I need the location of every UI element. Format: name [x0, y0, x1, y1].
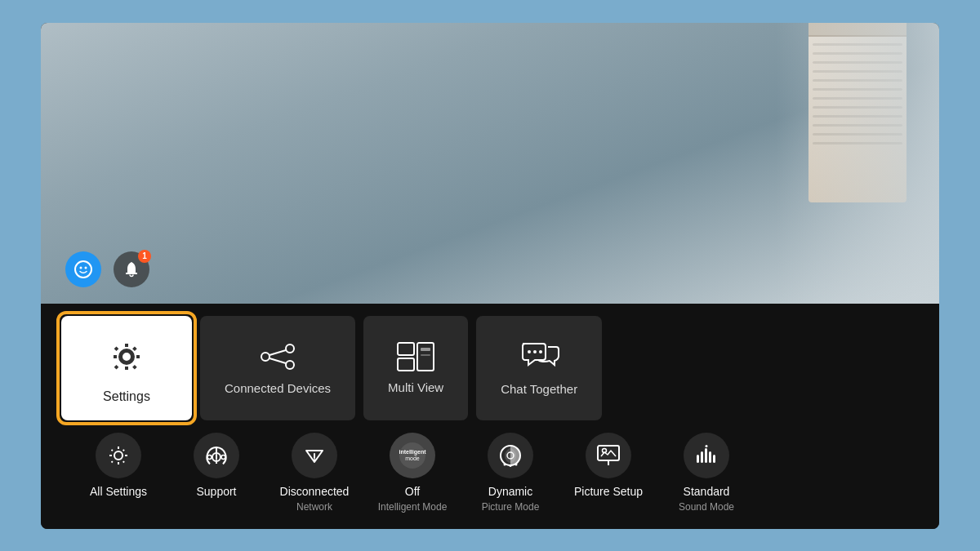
- preview-area: 1: [41, 23, 939, 304]
- svg-rect-11: [417, 343, 434, 371]
- sub-item-picture-mode[interactable]: Dynamic Picture Mode: [461, 433, 559, 513]
- svg-point-4: [261, 353, 270, 361]
- svg-rect-13: [421, 354, 430, 356]
- connected-devices-tile[interactable]: Connected Devices: [200, 316, 355, 420]
- smiley-button[interactable]: [65, 251, 101, 287]
- network-main-label: Disconnected: [280, 485, 350, 498]
- intelligent-mode-sub-label: Intelligent Mode: [378, 501, 448, 513]
- tv-frame: 1 Settings: [41, 23, 939, 529]
- top-bar-icons: 1: [65, 251, 149, 287]
- all-settings-icon-bg: [96, 433, 141, 478]
- notification-button[interactable]: 1: [114, 251, 149, 287]
- sound-mode-main-label: Standard: [684, 485, 730, 498]
- wall-shadow: [776, 23, 939, 304]
- svg-rect-10: [398, 358, 414, 371]
- settings-tile-label: Settings: [103, 389, 150, 404]
- sub-item-support[interactable]: Support: [167, 433, 265, 498]
- bottom-panel: Settings Connected Devices: [41, 304, 939, 529]
- chat-together-tile-label: Chat Together: [501, 382, 577, 396]
- svg-point-3: [103, 333, 150, 380]
- svg-point-15: [533, 350, 537, 353]
- svg-line-7: [270, 350, 286, 355]
- preview-background: [41, 23, 939, 304]
- svg-point-40: [706, 445, 708, 447]
- sub-item-intelligent-mode[interactable]: intelligent mode Off Intelligent Mode: [363, 433, 461, 513]
- sub-item-sound-mode[interactable]: Standard Sound Mode: [657, 433, 755, 513]
- svg-rect-9: [398, 343, 414, 355]
- picture-mode-icon-bg: [488, 433, 533, 478]
- svg-rect-37: [705, 448, 707, 463]
- svg-text:mode: mode: [405, 455, 420, 461]
- svg-point-6: [286, 361, 294, 369]
- sub-icons-row: All Settings Support: [61, 433, 919, 513]
- svg-point-20: [216, 460, 217, 461]
- notification-badge: 1: [138, 250, 151, 263]
- svg-point-16: [539, 350, 542, 353]
- svg-text:intelligent: intelligent: [399, 449, 426, 455]
- svg-point-5: [286, 344, 294, 353]
- picture-mode-main-label: Dynamic: [488, 485, 532, 498]
- svg-rect-39: [713, 455, 715, 463]
- svg-rect-35: [697, 455, 699, 463]
- svg-point-29: [510, 464, 512, 467]
- sound-mode-sub-label: Sound Mode: [679, 501, 734, 513]
- picture-setup-label: Picture Setup: [574, 485, 643, 498]
- svg-rect-38: [709, 451, 711, 463]
- svg-point-19: [221, 455, 225, 459]
- settings-tile[interactable]: Settings: [61, 316, 192, 420]
- multi-view-tile[interactable]: Multi View: [363, 316, 468, 420]
- support-label: Support: [196, 485, 236, 498]
- picture-mode-sub-label: Picture Mode: [482, 501, 540, 513]
- svg-point-1: [80, 266, 82, 269]
- svg-point-32: [603, 448, 607, 452]
- sub-item-picture-setup[interactable]: Picture Setup: [559, 433, 657, 498]
- multi-view-tile-label: Multi View: [388, 380, 443, 394]
- connected-devices-tile-label: Connected Devices: [225, 381, 331, 395]
- svg-point-30: [515, 463, 518, 465]
- svg-point-18: [207, 455, 212, 459]
- svg-point-2: [85, 266, 87, 269]
- svg-point-14: [528, 350, 531, 353]
- svg-line-8: [270, 358, 286, 363]
- svg-rect-36: [701, 451, 703, 463]
- network-sub-label: Network: [296, 501, 332, 513]
- svg-point-28: [504, 463, 506, 465]
- intelligent-mode-main-label: Off: [405, 485, 420, 498]
- svg-rect-12: [421, 348, 430, 351]
- all-settings-label: All Settings: [90, 485, 147, 498]
- intelligent-mode-icon-bg: intelligent mode: [390, 433, 435, 478]
- sub-item-network[interactable]: Disconnected Network: [265, 433, 363, 513]
- picture-setup-icon-bg: [586, 433, 631, 478]
- network-icon-bg: [292, 433, 337, 478]
- chat-together-tile[interactable]: Chat Together: [476, 316, 602, 420]
- sub-item-all-settings[interactable]: All Settings: [69, 433, 167, 498]
- main-tiles: Settings Connected Devices: [61, 316, 919, 420]
- svg-point-0: [75, 261, 91, 278]
- support-icon-bg: [194, 433, 239, 478]
- sound-mode-icon-bg: [684, 433, 729, 478]
- svg-point-22: [314, 459, 315, 460]
